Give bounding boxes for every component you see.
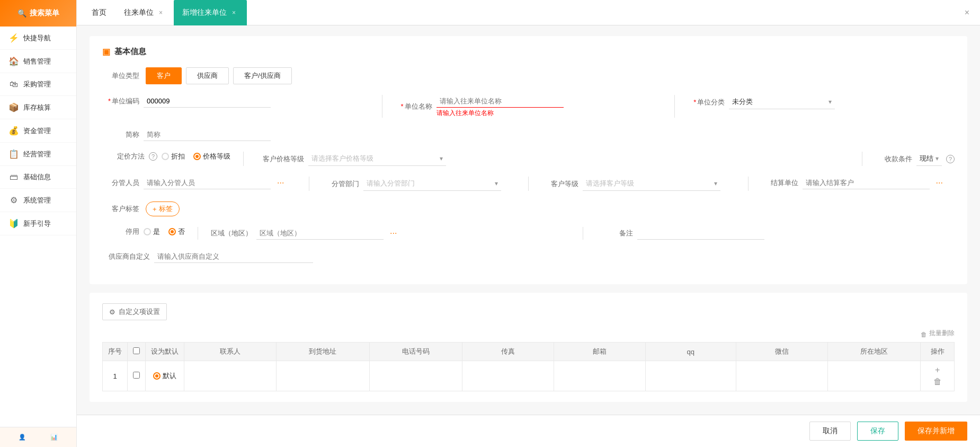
remark-input[interactable]: [637, 227, 764, 240]
unit-name-input[interactable]: [436, 95, 564, 108]
save-and-new-button[interactable]: 保存并新增: [905, 422, 967, 441]
sidebar-header[interactable]: 🔍 搜索菜单: [0, 0, 76, 27]
unit-type-both-button[interactable]: 客户/供应商: [233, 67, 292, 84]
manager-label: 分管人员: [102, 178, 139, 188]
row-region-input[interactable]: [833, 372, 915, 380]
row-checkbox[interactable]: [133, 372, 140, 379]
supplier-custom-input[interactable]: [154, 250, 313, 263]
radio-no[interactable]: 否: [168, 227, 185, 236]
batch-delete-button[interactable]: 批量删除: [929, 329, 955, 338]
divider: [382, 95, 382, 118]
supplier-custom-label: 供应商自定义: [102, 252, 150, 261]
row-default-radio[interactable]: 默认: [151, 371, 179, 381]
row-qq-input[interactable]: [651, 372, 730, 380]
short-name-group: 简称: [102, 128, 955, 141]
supplier-custom-row: 供应商自定义: [102, 250, 955, 263]
sidebar-item-label: 基础信息: [23, 172, 51, 182]
region-input[interactable]: [256, 227, 384, 240]
settlement-more-button[interactable]: ···: [934, 178, 945, 188]
cancel-button[interactable]: 取消: [809, 422, 851, 441]
disable-group: 停用 是 否: [102, 227, 185, 236]
row-wechat-input[interactable]: [742, 372, 822, 380]
sidebar-item-inventory[interactable]: 📦 库存核算: [0, 96, 76, 119]
short-name-input[interactable]: [144, 128, 271, 141]
remark-group: 备注: [596, 227, 955, 240]
pricing-method-label: 定价方法: [102, 152, 145, 161]
col-email: 邮箱: [554, 343, 646, 361]
row-phone-input[interactable]: [375, 372, 457, 380]
sidebar-item-guide[interactable]: 🔰 新手引导: [0, 212, 76, 235]
sidebar-item-sales[interactable]: 🏠 销售管理: [0, 50, 76, 73]
unit-type-group: 客户 供应商 客户/供应商: [146, 67, 292, 84]
region-more-button[interactable]: ···: [388, 229, 399, 238]
sidebar-item-operation[interactable]: 📋 经营管理: [0, 143, 76, 166]
custom-settings-button[interactable]: ⚙ 自定义项设置: [102, 303, 167, 320]
radio-price-level[interactable]: 价格等级: [193, 152, 230, 161]
sidebar-item-quicknav[interactable]: ⚡ 快捷导航: [0, 27, 76, 50]
divider7: [748, 177, 749, 191]
row-email-input[interactable]: [559, 372, 640, 380]
select-all-checkbox[interactable]: [133, 347, 140, 354]
unit-type-customer-button[interactable]: 客户: [146, 67, 182, 84]
user-icon[interactable]: 👤: [19, 434, 26, 441]
settlement-input[interactable]: [803, 177, 930, 189]
sidebar-item-finance[interactable]: 💰 资金管理: [0, 119, 76, 143]
unit-type-row: 单位类型 客户 供应商 客户/供应商: [102, 67, 955, 84]
payment-terms-value: 现结: [920, 154, 933, 163]
unit-name-group: *单位名称 请输入往来单位名称: [395, 95, 662, 118]
row-address-input[interactable]: [282, 372, 364, 380]
sidebar-item-system[interactable]: ⚙ 系统管理: [0, 189, 76, 212]
department-group: 分管部门 请输入分管部门 ▾: [322, 177, 516, 191]
customer-level-placeholder: 请选择客户等级: [586, 179, 634, 188]
radio-no-circle: [168, 228, 176, 235]
row-fax-input[interactable]: [468, 372, 548, 380]
department-label: 分管部门: [322, 179, 359, 189]
col-action: 操作: [921, 343, 955, 361]
sidebar-item-label: 库存核算: [23, 103, 51, 112]
manager-more-button[interactable]: ···: [275, 178, 286, 188]
divider5: [309, 177, 309, 191]
row-add-button[interactable]: +: [933, 364, 942, 376]
unit-category-select[interactable]: 未分类 ▾: [729, 95, 835, 109]
close-all-tabs-button[interactable]: ×: [960, 6, 974, 20]
row-email: [554, 361, 646, 391]
supplier-custom-group: 供应商自定义: [102, 250, 955, 263]
unit-code-group: *单位编码: [102, 95, 369, 108]
radio-no-label: 否: [178, 227, 185, 236]
sidebar-item-purchase[interactable]: 🛍 采购管理: [0, 73, 76, 96]
save-button[interactable]: 保存: [857, 422, 898, 441]
row-default-cell: 默认: [146, 361, 184, 391]
customer-level-select[interactable]: 请选择客户等级 ▾: [583, 177, 720, 191]
department-select[interactable]: 请输入分管部门 ▾: [363, 177, 501, 191]
tag-row: 客户标签 + 标签: [102, 201, 955, 216]
tab-partner-new[interactable]: 新增往来单位 ×: [174, 0, 247, 25]
stats-icon[interactable]: 📊: [50, 434, 58, 441]
radio-discount[interactable]: 折扣: [162, 152, 185, 161]
sidebar-item-label: 采购管理: [23, 80, 51, 89]
sidebar-item-basic[interactable]: 🗃 基础信息: [0, 166, 76, 189]
divider2: [674, 95, 675, 118]
unit-code-label: *单位编码: [102, 97, 139, 106]
row-delete-button[interactable]: 🗑: [931, 376, 944, 388]
payment-terms-select[interactable]: 现结 ▾: [916, 152, 942, 166]
add-tag-button[interactable]: + 标签: [146, 201, 180, 216]
row-phone: [369, 361, 462, 391]
radio-price-level-label: 价格等级: [203, 152, 230, 161]
pricing-help-icon[interactable]: ?: [149, 152, 157, 161]
tab-partner-list[interactable]: 往来单位 ×: [115, 0, 174, 25]
customer-price-level-select[interactable]: 请选择客户价格等级 ▾: [308, 152, 446, 166]
col-address: 到货地址: [277, 343, 370, 361]
sales-icon: 🏠: [8, 56, 19, 66]
radio-yes[interactable]: 是: [144, 227, 160, 236]
unit-type-supplier-button[interactable]: 供应商: [186, 67, 229, 84]
tab-partner-list-close[interactable]: ×: [157, 8, 165, 17]
manager-input[interactable]: [144, 177, 271, 189]
radio-discount-circle: [162, 153, 169, 160]
radio-discount-label: 折扣: [171, 152, 185, 161]
tab-partner-new-close[interactable]: ×: [230, 8, 238, 17]
payment-terms-help-icon[interactable]: ?: [946, 155, 955, 163]
row-address: [277, 361, 370, 391]
row-contact-input[interactable]: [190, 372, 271, 380]
tab-home[interactable]: 首页: [83, 0, 115, 25]
unit-code-input[interactable]: [144, 95, 271, 108]
